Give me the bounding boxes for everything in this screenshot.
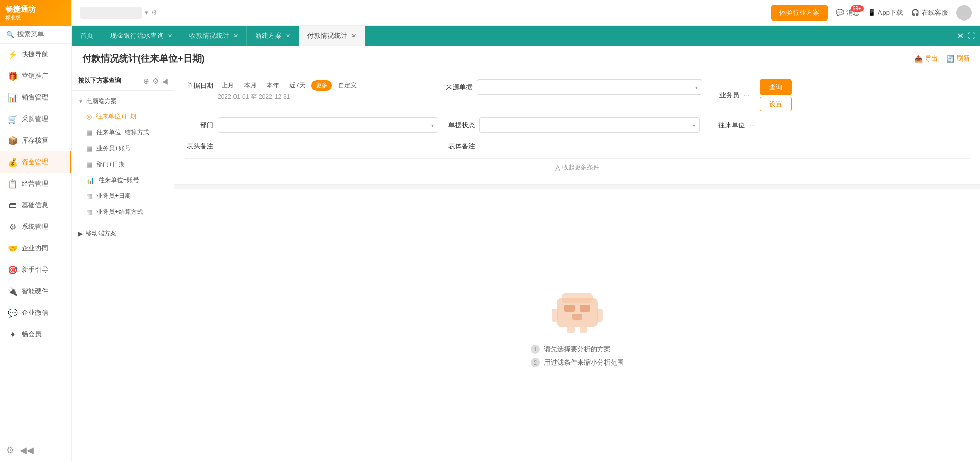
messages-action[interactable]: 💬 消息 99+ bbox=[836, 8, 859, 17]
tab-expand-icon[interactable]: ⛶ bbox=[968, 32, 975, 40]
sidebar-item-smart-hw[interactable]: 🔌 智能硬件 bbox=[0, 280, 71, 302]
refresh-icon: 🔄 bbox=[946, 55, 954, 63]
sidebar-item-vip[interactable]: ♦ 畅会员 bbox=[0, 324, 71, 345]
tab-receipt-stats-close[interactable]: ✕ bbox=[233, 33, 238, 39]
scheme-header: 按以下方案查询 ⊕ ⚙ ◀ bbox=[72, 71, 174, 91]
svg-rect-2 bbox=[580, 305, 590, 312]
sidebar-logo: 畅捷通坊 标准版 bbox=[0, 0, 71, 26]
date-last-month[interactable]: 上月 bbox=[218, 79, 238, 91]
mobile-scheme-group: ▶ 移动端方案 bbox=[72, 223, 174, 244]
tab-receipt-stats-label: 收款情况统计 bbox=[189, 31, 229, 41]
sidebar-search[interactable]: 🔍 搜索菜单 bbox=[0, 26, 71, 44]
date-custom[interactable]: 自定义 bbox=[334, 79, 361, 91]
sidebar-item-label: 营销推广 bbox=[22, 71, 48, 81]
tab-receipt-stats[interactable]: 收款情况统计 ✕ bbox=[181, 26, 247, 46]
sidebar-item-sales[interactable]: 📊 销售管理 bbox=[0, 87, 71, 108]
marketing-icon: 🎁 bbox=[8, 71, 17, 81]
date-this-month[interactable]: 本月 bbox=[240, 79, 261, 91]
svg-rect-8 bbox=[572, 314, 582, 320]
memo-body-input[interactable] bbox=[479, 139, 700, 153]
staff-dots[interactable]: ··· bbox=[743, 91, 750, 99]
refresh-btn[interactable]: 🔄 刷新 bbox=[946, 54, 970, 63]
sidebar-item-corp-wechat[interactable]: 💬 企业微信 bbox=[0, 302, 71, 324]
corp-wechat-icon: 💬 bbox=[8, 308, 17, 317]
sidebar-item-capital[interactable]: 💰 资金管理 bbox=[0, 151, 71, 173]
export-label: 导出 bbox=[925, 54, 938, 63]
tab-payment-stats[interactable]: 付款情况统计 ✕ bbox=[299, 26, 365, 46]
date-more[interactable]: 更多 bbox=[311, 80, 332, 91]
user-avatar[interactable] bbox=[956, 5, 972, 21]
scheme-item-label: 业务员+账号 bbox=[96, 144, 131, 153]
sidebar-item-operations[interactable]: 📋 经营管理 bbox=[0, 173, 71, 194]
sidebar-item-system[interactable]: ⚙ 系统管理 bbox=[0, 216, 71, 237]
refresh-label: 刷新 bbox=[956, 54, 970, 63]
empty-state-icon bbox=[546, 283, 608, 334]
tab-new-scheme-label: 新建方案 bbox=[255, 31, 282, 41]
tab-home[interactable]: 首页 bbox=[72, 26, 102, 46]
sidebar-item-purchase[interactable]: 🛒 采购管理 bbox=[0, 108, 71, 130]
tab-payment-stats-close[interactable]: ✕ bbox=[351, 33, 356, 39]
online-service-label: 在线客服 bbox=[922, 8, 948, 17]
collapse-label: 收起更多条件 bbox=[562, 163, 599, 172]
date-options: 上月 本月 本年 近7天 更多 自定义 bbox=[218, 79, 361, 91]
tab-new-scheme-close[interactable]: ✕ bbox=[286, 33, 290, 39]
settings-icon[interactable]: ⚙ bbox=[6, 445, 14, 456]
dropdown-icon[interactable]: ▾ bbox=[145, 9, 148, 16]
scheme-item-unit-account[interactable]: 📊 往来单位+账号 bbox=[72, 172, 174, 188]
source-arrow-icon: ▾ bbox=[695, 85, 698, 90]
export-btn[interactable]: 📤 导出 bbox=[914, 54, 938, 63]
tabs-controls: ✕ ⛶ bbox=[952, 31, 980, 41]
query-btn[interactable]: 查询 bbox=[760, 79, 792, 95]
scheme-item-staff-account[interactable]: ▦ 业务员+账号 bbox=[72, 141, 174, 156]
scheme-grid-icon5: ▦ bbox=[86, 208, 92, 216]
tip-text-2: 用过滤条件来缩小分析范围 bbox=[544, 358, 624, 367]
scheme-item-dept-date[interactable]: ▦ 部门+日期 bbox=[72, 156, 174, 172]
settings-btn[interactable]: 设置 bbox=[760, 97, 792, 111]
svg-rect-7 bbox=[580, 327, 587, 333]
date-this-year[interactable]: 本年 bbox=[263, 79, 283, 91]
sidebar-item-label: 销售管理 bbox=[22, 93, 48, 102]
dept-label: 部门 bbox=[185, 121, 213, 130]
scheme-item-unit-date[interactable]: ◎ 往来单位+日期 bbox=[72, 109, 174, 125]
sidebar-item-marketing[interactable]: 🎁 营销推广 bbox=[0, 65, 71, 87]
search-label: 搜索菜单 bbox=[17, 30, 44, 39]
manage-scheme-icon[interactable]: ⚙ bbox=[152, 77, 159, 85]
related-unit-dots[interactable]: ··· bbox=[749, 121, 755, 129]
dept-select[interactable]: ▾ bbox=[218, 117, 438, 133]
date-7days[interactable]: 近7天 bbox=[285, 79, 309, 91]
sidebar-item-label: 经营管理 bbox=[22, 179, 48, 188]
sidebar-item-quick-nav[interactable]: ⚡ 快捷导航 bbox=[0, 44, 71, 65]
system-icon: ⚙ bbox=[8, 222, 17, 231]
scheme-item-unit-settle[interactable]: ▦ 往来单位+结算方式 bbox=[72, 125, 174, 141]
tab-new-scheme[interactable]: 新建方案 ✕ bbox=[247, 26, 299, 46]
sidebar-item-corp-collab[interactable]: 🤝 企业协同 bbox=[0, 237, 71, 259]
quick-nav-icon: ⚡ bbox=[8, 50, 17, 59]
guide-icon: 🎯 bbox=[8, 265, 17, 274]
tab-cash-bank-close[interactable]: ✕ bbox=[168, 33, 172, 39]
trial-btn[interactable]: 体验行业方案 bbox=[771, 5, 828, 21]
scheme-item-staff-date[interactable]: ▦ 业务员+日期 bbox=[72, 188, 174, 204]
purchase-icon: 🛒 bbox=[8, 114, 17, 124]
mobile-group-title[interactable]: ▶ 移动端方案 bbox=[72, 226, 174, 241]
collapse-panel-icon[interactable]: ◀ bbox=[162, 77, 168, 85]
source-select[interactable]: ▾ bbox=[477, 79, 703, 95]
desktop-group-title[interactable]: ▼ 电脑端方案 bbox=[72, 94, 174, 109]
sidebar-item-inventory[interactable]: 📦 库存核算 bbox=[0, 130, 71, 151]
settings-btn[interactable]: ⚙ bbox=[151, 9, 158, 16]
smart-hw-icon: 🔌 bbox=[8, 287, 17, 296]
sidebar-item-base-info[interactable]: 🗃 基础信息 bbox=[0, 194, 71, 216]
scheme-item-label: 业务员+日期 bbox=[96, 192, 131, 201]
collapse-filter-btn[interactable]: ⋀ 收起更多条件 bbox=[185, 158, 970, 176]
download-icon: 📱 bbox=[868, 9, 876, 16]
tab-close-all-icon[interactable]: ✕ bbox=[957, 31, 964, 41]
scheme-item-staff-settle[interactable]: ▦ 业务员+结算方式 bbox=[72, 204, 174, 220]
tab-cash-bank[interactable]: 现金银行流水查询 ✕ bbox=[102, 26, 181, 46]
add-scheme-icon[interactable]: ⊕ bbox=[143, 77, 149, 85]
sidebar-item-guide[interactable]: 🎯 新手引导 bbox=[0, 259, 71, 280]
svg-rect-5 bbox=[597, 309, 603, 322]
online-service-action[interactable]: 🎧 在线客服 bbox=[911, 8, 948, 17]
voucher-status-select[interactable]: ▾ bbox=[479, 117, 700, 133]
memo-header-input[interactable] bbox=[218, 139, 438, 153]
app-download-action[interactable]: 📱 App下载 bbox=[868, 8, 903, 17]
collapse-icon[interactable]: ◀◀ bbox=[19, 445, 34, 456]
